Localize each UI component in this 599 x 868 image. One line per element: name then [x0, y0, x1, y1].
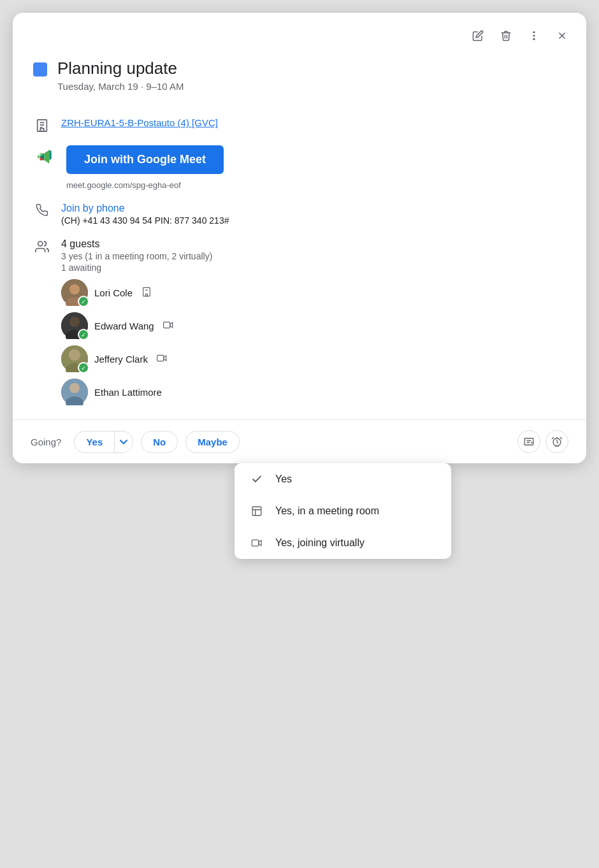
svg-point-2 — [533, 38, 535, 40]
svg-rect-14 — [143, 287, 150, 296]
details-section: ZRH-EURA1-5-B-Postauto (4) [GVC] — [13, 103, 586, 419]
join-by-phone-link[interactable]: Join by phone — [61, 203, 125, 213]
dropdown-item-yes[interactable]: Yes — [235, 463, 451, 495]
svg-rect-31 — [252, 540, 259, 546]
page-wrapper: Planning update Tuesday, March 19 · 9–10… — [13, 13, 586, 463]
avatar-image — [61, 379, 88, 405]
svg-point-10 — [38, 242, 43, 246]
add-note-button[interactable] — [517, 430, 540, 453]
dropdown-item-yes-room[interactable]: Yes, in a meeting room — [235, 495, 451, 527]
event-color-dot — [33, 62, 47, 76]
yes-button[interactable]: Yes — [75, 431, 114, 452]
svg-rect-24 — [157, 355, 164, 361]
dropdown-item-label: Yes, joining virtually — [275, 537, 364, 549]
guest-name: Edward Wang — [94, 321, 154, 331]
close-button[interactable] — [551, 24, 574, 47]
guests-icon — [33, 240, 51, 254]
guest-list: ✓ Lori Cole — [61, 279, 566, 405]
guests-detail-line2: 1 awaiting — [61, 263, 566, 273]
avatar: ✓ — [61, 345, 88, 372]
svg-point-12 — [69, 284, 80, 294]
svg-rect-28 — [524, 438, 533, 445]
event-datetime: Tuesday, March 19 · 9–10 AM — [57, 81, 184, 92]
svg-point-0 — [533, 31, 535, 33]
guest-name: Jeffery Clark — [94, 354, 148, 365]
maybe-button[interactable]: Maybe — [185, 431, 240, 453]
dropdown-item-label: Yes, in a meeting room — [275, 505, 379, 517]
phone-number: (CH) +41 43 430 94 54 PIN: 877 340 213# — [61, 215, 566, 226]
room-icon — [33, 119, 51, 133]
video-icon — [250, 539, 264, 547]
room-row: ZRH-EURA1-5-B-Postauto (4) [GVC] — [33, 111, 566, 139]
list-item: ✓ Edward Wang — [61, 312, 566, 339]
avatar: ✓ — [61, 312, 88, 339]
phone-content: Join by phone (CH) +41 43 430 94 54 PIN:… — [61, 203, 566, 226]
svg-point-22 — [69, 349, 80, 361]
list-item: ✓ Lori Cole — [61, 279, 566, 306]
check-icon — [250, 474, 264, 485]
avatar — [61, 379, 88, 405]
building-icon — [250, 505, 264, 517]
room-type-icon — [141, 287, 152, 299]
dropdown-item-yes-virtual[interactable]: Yes, joining virtually — [235, 527, 451, 559]
svg-rect-5 — [38, 120, 47, 131]
snooze-button[interactable] — [545, 430, 568, 453]
room-type-icon — [163, 321, 173, 331]
list-item: ✓ Jeffery Clark — [61, 345, 566, 372]
event-header: Planning update Tuesday, March 19 · 9–10… — [13, 52, 586, 103]
yes-dropdown-menu: Yes Yes, in a meeting room — [235, 463, 451, 559]
meet-link: meet.google.com/spg-egha-eof — [66, 180, 566, 190]
guest-name: Lori Cole — [94, 287, 133, 298]
going-label: Going? — [31, 437, 61, 447]
event-detail-modal: Planning update Tuesday, March 19 · 9–10… — [13, 13, 586, 463]
meet-icon — [33, 145, 56, 168]
dropdown-item-label: Yes — [275, 474, 292, 485]
svg-rect-16 — [146, 294, 148, 296]
guest-name: Ethan Lattimore — [94, 387, 162, 398]
yes-dropdown-chevron[interactable] — [114, 431, 133, 452]
delete-button[interactable] — [494, 24, 517, 47]
guests-count: 4 guests — [61, 238, 566, 250]
list-item: Ethan Lattimore — [61, 379, 566, 405]
svg-rect-20 — [163, 322, 170, 328]
toolbar — [13, 13, 586, 52]
no-button[interactable]: No — [141, 431, 178, 453]
more-options-button[interactable] — [523, 24, 545, 47]
bottom-bar: Going? Yes No Maybe — [13, 419, 586, 463]
svg-point-18 — [69, 317, 80, 327]
phone-icon — [33, 204, 51, 217]
meet-row: Join with Google Meet meet.google.com/sp… — [33, 139, 566, 196]
guests-detail-line1: 3 yes (1 in a meeting room, 2 virtually) — [61, 251, 566, 261]
svg-point-26 — [69, 383, 80, 393]
phone-row: Join by phone (CH) +41 43 430 94 54 PIN:… — [33, 196, 566, 232]
room-content: ZRH-EURA1-5-B-Postauto (4) [GVC] — [61, 117, 566, 129]
yes-button-group: Yes — [74, 431, 133, 453]
event-title: Planning update — [57, 59, 184, 78]
guests-content: 4 guests 3 yes (1 in a meeting room, 2 v… — [61, 238, 566, 405]
room-type-icon — [157, 354, 167, 365]
edit-button[interactable] — [466, 24, 489, 47]
join-meet-button[interactable]: Join with Google Meet — [66, 145, 224, 174]
meet-content: Join with Google Meet meet.google.com/sp… — [66, 145, 566, 190]
guests-row: 4 guests 3 yes (1 in a meeting room, 2 v… — [33, 232, 566, 412]
svg-point-1 — [533, 34, 535, 36]
event-title-block: Planning update Tuesday, March 19 · 9–10… — [57, 59, 184, 92]
svg-rect-9 — [40, 129, 44, 132]
svg-rect-30 — [252, 507, 261, 516]
bottom-actions — [517, 430, 568, 453]
room-link[interactable]: ZRH-EURA1-5-B-Postauto (4) [GVC] — [61, 117, 218, 128]
avatar: ✓ — [61, 279, 88, 306]
